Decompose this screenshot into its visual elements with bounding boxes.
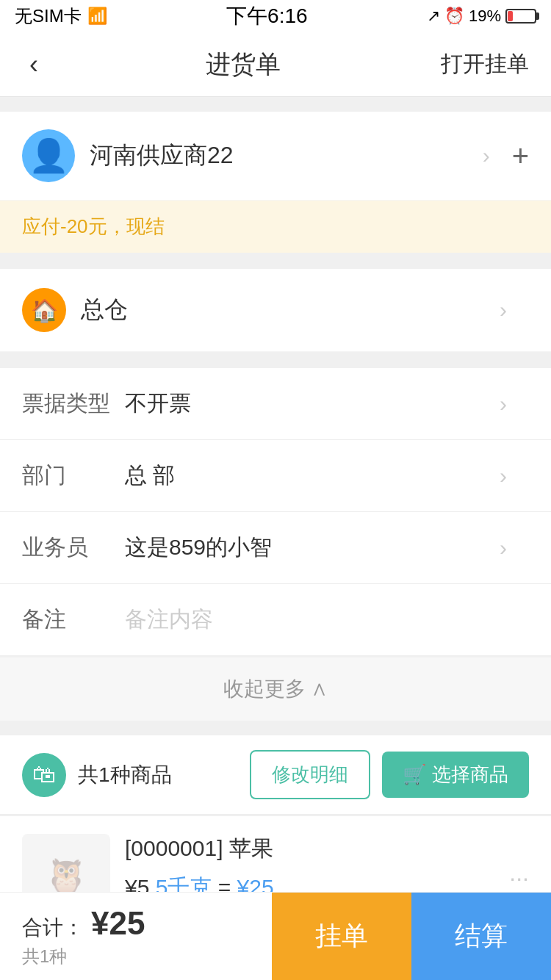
dept-label: 部门 xyxy=(22,461,110,491)
dept-chevron-icon: › xyxy=(500,464,507,489)
bottom-bar: 合计： ¥25 共1种 挂单 结算 xyxy=(0,892,551,980)
divider-1 xyxy=(0,254,551,269)
note-label: 备注 xyxy=(22,605,110,635)
total-label-row: 合计： ¥25 xyxy=(22,905,250,942)
battery-icon xyxy=(505,9,536,24)
alarm-icon: ⏰ xyxy=(444,7,464,26)
warehouse-row[interactable]: 🏠 总仓 › xyxy=(0,269,551,352)
nav-bar: ‹ 进货单 打开挂单 xyxy=(0,32,551,97)
open-hang-button[interactable]: 打开挂单 xyxy=(441,49,529,79)
battery-percent: 19% xyxy=(469,7,501,26)
supplier-notice: 应付-20元，现结 xyxy=(0,201,551,253)
select-product-label: 选择商品 xyxy=(432,762,508,788)
supplier-card: 👤 河南供应商22 › + 应付-20元，现结 xyxy=(0,112,551,253)
house-icon: 🏠 xyxy=(31,298,58,323)
sales-value: 这是859的小智 xyxy=(110,533,500,563)
supplier-name: 河南供应商22 xyxy=(90,140,483,172)
total-sub-label: 共1种 xyxy=(22,945,250,968)
product-more-button[interactable]: ··· xyxy=(509,865,529,892)
sales-chevron-icon: › xyxy=(500,536,507,561)
divider-2 xyxy=(0,353,551,368)
product-section-icon: 🛍 xyxy=(22,753,66,797)
shopping-icon: 🛍 xyxy=(32,761,56,788)
status-time: 下午6:16 xyxy=(226,2,308,30)
supplier-chevron-icon: › xyxy=(483,143,490,168)
carrier-label: 无SIM卡 xyxy=(15,4,82,28)
divider-top xyxy=(0,97,551,112)
location-icon: ↗ xyxy=(427,7,440,26)
add-supplier-button[interactable]: + xyxy=(512,141,529,170)
supplier-row[interactable]: 👤 河南供应商22 › + xyxy=(0,112,551,201)
product-header-row: 🛍 共1种商品 修改明细 🛒 选择商品 xyxy=(0,735,551,815)
invoice-value: 不开票 xyxy=(110,389,500,419)
invoice-row[interactable]: 票据类型 不开票 › xyxy=(0,368,551,440)
total-value: 25 xyxy=(109,905,145,941)
dept-row[interactable]: 部门 总 部 › xyxy=(0,440,551,512)
dept-value: 总 部 xyxy=(110,461,500,491)
back-button[interactable]: ‹ xyxy=(22,42,46,87)
wifi-icon: 📶 xyxy=(87,7,107,26)
status-bar: 无SIM卡 📶 下午6:16 ↗ ⏰ 19% xyxy=(0,0,551,32)
form-card: 票据类型 不开票 › 部门 总 部 › 业务员 这是859的小智 › 备注 备注… xyxy=(0,368,551,656)
collapse-label: 收起更多 ∧ xyxy=(223,677,328,700)
select-product-button[interactable]: 🛒 选择商品 xyxy=(382,752,529,798)
divider-3 xyxy=(0,721,551,735)
product-code: [0000001] xyxy=(125,836,223,860)
person-icon: 👤 xyxy=(29,137,69,175)
collapse-bar[interactable]: 收起更多 ∧ xyxy=(0,657,551,721)
sales-label: 业务员 xyxy=(22,533,110,563)
currency-prefix: ¥ xyxy=(91,905,109,941)
status-left: 无SIM卡 📶 xyxy=(15,4,107,28)
cart-icon: 🛒 xyxy=(403,763,426,786)
product-count-label: 共1种商品 xyxy=(78,761,250,789)
invoice-label: 票据类型 xyxy=(22,389,110,419)
warehouse-card: 🏠 总仓 › xyxy=(0,269,551,352)
total-text: 合计： xyxy=(22,914,84,942)
product-name: [0000001] 苹果 xyxy=(125,834,494,864)
warehouse-chevron-icon: › xyxy=(500,298,507,323)
hang-button[interactable]: 挂单 xyxy=(272,893,411,981)
total-amount: ¥25 xyxy=(91,905,145,942)
invoice-chevron-icon: › xyxy=(500,392,507,417)
total-section: 合计： ¥25 共1种 xyxy=(0,905,272,968)
note-placeholder: 备注内容 xyxy=(110,605,529,635)
warehouse-icon: 🏠 xyxy=(22,288,66,332)
warehouse-name: 总仓 xyxy=(81,294,500,326)
note-row[interactable]: 备注 备注内容 xyxy=(0,584,551,656)
page-title: 进货单 xyxy=(206,48,281,82)
supplier-avatar: 👤 xyxy=(22,129,75,182)
settle-button[interactable]: 结算 xyxy=(411,893,551,981)
sales-row[interactable]: 业务员 这是859的小智 › xyxy=(0,512,551,584)
product-title: 苹果 xyxy=(229,836,273,860)
edit-detail-button[interactable]: 修改明细 xyxy=(250,750,370,799)
status-right: ↗ ⏰ 19% xyxy=(427,7,536,26)
product-section-header: 🛍 共1种商品 修改明细 🛒 选择商品 xyxy=(0,735,551,815)
